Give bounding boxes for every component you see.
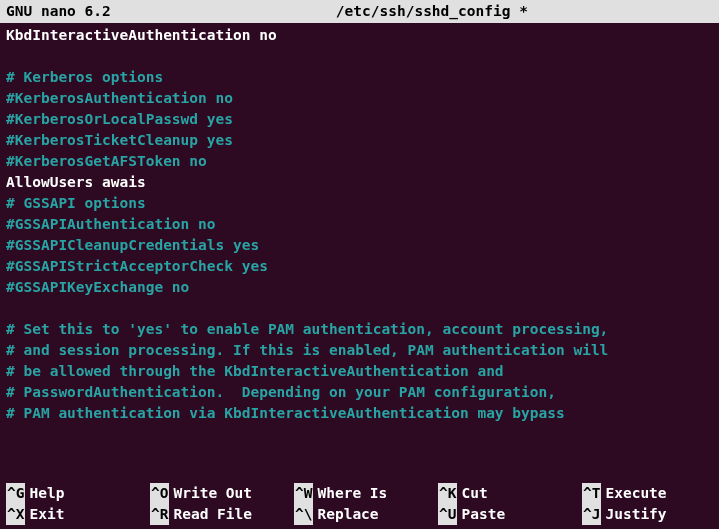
shortcut-desc: Write Out [173,483,252,504]
editor-line[interactable]: # GSSAPI options [6,193,713,214]
shortcut-desc: Replace [317,504,378,525]
editor-line[interactable]: # PAM authentication via KbdInteractiveA… [6,403,713,424]
shortcut-row-2: ^XExit^RRead File^\Replace^UPaste^JJusti… [6,504,713,525]
shortcut-desc: Justify [605,504,666,525]
shortcut-key: ^J [582,504,601,525]
shortcut-desc: Execute [605,483,666,504]
editor-line[interactable]: # Kerberos options [6,67,713,88]
shortcut-item[interactable]: ^UPaste [438,504,582,525]
shortcut-item[interactable]: ^KCut [438,483,582,504]
shortcut-item[interactable]: ^RRead File [150,504,294,525]
shortcut-key: ^R [150,504,169,525]
shortcut-key: ^U [438,504,457,525]
shortcut-key: ^O [150,483,169,504]
shortcut-row-1: ^GHelp^OWrite Out^WWhere Is^KCut^TExecut… [6,483,713,504]
editor-line[interactable]: # Set this to 'yes' to enable PAM authen… [6,319,713,340]
shortcut-item[interactable]: ^\Replace [294,504,438,525]
editor-blank-line [6,46,713,67]
shortcut-key: ^G [6,483,25,504]
shortcut-key: ^X [6,504,25,525]
editor-line[interactable]: #KerberosAuthentication no [6,88,713,109]
editor-line[interactable]: #KerberosOrLocalPasswd yes [6,109,713,130]
editor-line[interactable]: # and session processing. If this is ena… [6,340,713,361]
shortcut-item[interactable]: ^OWrite Out [150,483,294,504]
editor-line[interactable]: # PasswordAuthentication. Depending on y… [6,382,713,403]
shortcut-item[interactable]: ^JJustify [582,504,719,525]
editor[interactable]: KbdInteractiveAuthentication no# Kerbero… [0,23,719,424]
shortcut-bar: ^GHelp^OWrite Out^WWhere Is^KCut^TExecut… [6,483,713,525]
shortcut-key: ^K [438,483,457,504]
titlebar: GNU nano 6.2 /etc/ssh/sshd_config * [0,0,719,23]
shortcut-item[interactable]: ^WWhere Is [294,483,438,504]
editor-line[interactable]: #GSSAPIKeyExchange no [6,277,713,298]
editor-line[interactable]: #KerberosGetAFSToken no [6,151,713,172]
editor-line[interactable]: AllowUsers awais [6,172,713,193]
editor-line[interactable]: #GSSAPIAuthentication no [6,214,713,235]
shortcut-item[interactable]: ^TExecute [582,483,719,504]
editor-blank-line [6,298,713,319]
app-name: GNU nano 6.2 [6,1,111,22]
shortcut-desc: Paste [461,504,505,525]
editor-line[interactable]: #KerberosTicketCleanup yes [6,130,713,151]
shortcut-key: ^T [582,483,601,504]
editor-line[interactable]: KbdInteractiveAuthentication no [6,25,713,46]
shortcut-item[interactable]: ^XExit [6,504,150,525]
editor-line[interactable]: #GSSAPICleanupCredentials yes [6,235,713,256]
shortcut-key: ^W [294,483,313,504]
editor-line[interactable]: # be allowed through the KbdInteractiveA… [6,361,713,382]
shortcut-desc: Help [29,483,64,504]
editor-line[interactable]: #GSSAPIStrictAcceptorCheck yes [6,256,713,277]
shortcut-key: ^\ [294,504,313,525]
shortcut-desc: Exit [29,504,64,525]
shortcut-desc: Where Is [317,483,387,504]
shortcut-desc: Read File [173,504,252,525]
file-path: /etc/ssh/sshd_config * [111,1,713,22]
shortcut-desc: Cut [461,483,487,504]
shortcut-item[interactable]: ^GHelp [6,483,150,504]
